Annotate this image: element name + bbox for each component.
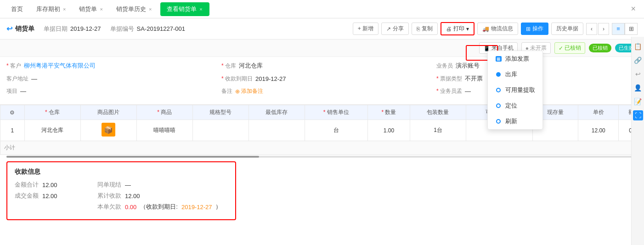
transaction-amount-value: 12.00 — [42, 193, 57, 199]
info-row-1: 金额合计 12.00 同单现结 — — [15, 181, 228, 189]
share-button[interactable]: ↗ 分享 — [381, 23, 409, 35]
doc-header: ↩ 销货单 单据日期 2019-12-27 单据编号 SA-20191227-0… — [0, 18, 644, 40]
tab-sales-history-close[interactable]: × — [149, 6, 152, 12]
table-header-row: ⚙ 仓库 商品图片 商品 规格型号 最低库存 销售单位 数量 包装数量 可用量（… — [0, 105, 644, 120]
total-amount-label: 金额合计 — [15, 181, 39, 189]
tab-sales-close[interactable]: × — [100, 6, 102, 12]
copy-button-label: 复制 — [422, 25, 433, 33]
cell-index: 1 — [0, 120, 25, 141]
cell-quantity: 1.00 — [367, 120, 410, 141]
outbound-label: 出库 — [505, 70, 517, 79]
tab-view-sales-close[interactable]: × — [199, 6, 202, 12]
right-panel-icon-2[interactable]: 🔗 — [633, 55, 643, 65]
cell-pack-qty: 1台 — [410, 120, 466, 141]
ticket-type-value: 不开票 — [465, 74, 483, 83]
current-debt-value: 0.00 — [125, 204, 136, 211]
subtotal-label: 小计 — [0, 141, 644, 155]
copy-button[interactable]: ⎘ 复制 — [412, 23, 438, 35]
history-button-label: 历史单据 — [556, 25, 578, 33]
prev-button[interactable]: ‹ — [586, 23, 597, 35]
doc-date-value: 2019-12-27 — [70, 25, 101, 32]
operate-button[interactable]: ⊞ 操作 — [521, 23, 548, 35]
current-debt-label: 本单欠款 — [97, 203, 121, 211]
tab-sales[interactable]: 销货单 × — [73, 0, 109, 18]
print-button[interactable]: 🖨 打印 ▾ — [441, 22, 475, 35]
main-content: ↩ 销货单 单据日期 2019-12-27 单据编号 SA-20191227-0… — [0, 18, 644, 245]
warehouse-field: 仓库 河北仓库 — [221, 62, 423, 70]
settings-icon: ⚙ — [10, 109, 15, 116]
project-value: — — [20, 88, 26, 95]
info-row-2: 成交金额 12.00 累计收款 12.00 — [15, 192, 228, 200]
menu-item-refresh[interactable]: 刷新 — [488, 114, 542, 129]
cumulative-payment-item: 累计收款 12.00 — [97, 192, 162, 200]
customer-value[interactable]: 柳州粤港平安气体有限公司 — [24, 62, 96, 70]
sold-badge: 已核销 — [589, 44, 611, 52]
doc-meta: 单据日期 2019-12-27 单据编号 SA-20191227-001 — [44, 25, 185, 33]
right-panel-icon-5[interactable]: 📝 — [633, 97, 643, 107]
view-toggle: ≡ ⊞ — [612, 23, 638, 35]
new-button[interactable]: + 新增 — [353, 23, 378, 35]
right-panel-icon-1[interactable]: 📋 — [633, 41, 643, 51]
right-panel-icon-3[interactable]: ↩ — [633, 69, 643, 79]
dropdown-overlay: ▦ 添加发票 出库 可用量提取 — [487, 51, 543, 130]
print-icon: 🖨 — [446, 26, 452, 32]
customer-label: 客户 — [6, 62, 21, 70]
locate-icon — [495, 103, 502, 109]
col-quantity: 数量 — [367, 105, 410, 120]
note-label: 备注 — [221, 87, 232, 95]
transaction-amount-label: 成交金额 — [15, 192, 39, 200]
transaction-amount-item: 成交金额 12.00 — [15, 192, 79, 200]
tab-bar: 首页 库存期初 × 销货单 × 销货单历史 × 查看销货单 × × — [0, 0, 644, 18]
operate-button-label: 操作 — [532, 25, 543, 33]
ticket-type-label: 票据类型 — [436, 75, 462, 83]
right-panel: 📋 🔗 ↩ 👤 📝 ⛶ — [631, 37, 644, 245]
right-panel-icon-4[interactable]: 👤 — [633, 83, 643, 93]
project-field: 项目 — — [6, 87, 208, 95]
col-price: 单价 — [578, 105, 619, 120]
doc-title-section: ↩ 销货单 — [6, 24, 34, 33]
form-section: 客户 柳州粤港平安气体有限公司 仓库 河北仓库 业务员 演示账号 客户地址 — — [0, 57, 644, 104]
col-pack-qty: 包装数量 — [410, 105, 466, 120]
doc-date-label: 单据日期 — [44, 25, 68, 33]
cumulative-payment-value: 12.00 — [125, 193, 140, 199]
grid-view-button[interactable]: ⊞ — [625, 23, 638, 35]
add-note-button[interactable]: ⊕ 添加备注 — [235, 87, 263, 95]
menu-item-outbound[interactable]: 出库 — [488, 67, 542, 82]
salesperson-label: 业务员孟 — [436, 87, 462, 95]
staff-value: 演示账号 — [456, 62, 480, 70]
product-image — [102, 123, 115, 137]
same-order-value: — — [125, 182, 131, 188]
scroll-indicator — [6, 156, 638, 158]
available-label: 可用量提取 — [505, 86, 535, 94]
menu-item-add-invoice[interactable]: ▦ 添加发票 — [488, 51, 542, 67]
tab-sales-history[interactable]: 销货单历史 × — [110, 0, 158, 18]
menu-item-available[interactable]: 可用量提取 — [488, 82, 542, 98]
window-close-button[interactable]: × — [627, 4, 639, 14]
tab-inventory[interactable]: 库存期初 × — [30, 0, 73, 18]
total-amount-value: 12.00 — [42, 182, 57, 188]
dropdown-menu: ▦ 添加发票 出库 可用量提取 — [487, 51, 543, 130]
tab-inventory-close[interactable]: × — [63, 6, 66, 12]
cell-warehouse: 河北仓库 — [24, 120, 80, 141]
history-button[interactable]: 历史单据 — [551, 23, 583, 35]
cell-min-stock — [249, 120, 305, 141]
checked-button[interactable]: ✓ 已核销 — [554, 42, 585, 54]
scroll-thumb — [6, 156, 259, 158]
total-amount-item: 金额合计 12.00 — [15, 181, 79, 189]
col-settings[interactable]: ⚙ — [0, 105, 25, 120]
tab-home[interactable]: 首页 — [5, 0, 30, 18]
locate-label: 定位 — [505, 102, 517, 110]
subtotal-row: 小计 — [0, 141, 644, 155]
list-view-button[interactable]: ≡ — [612, 23, 625, 35]
menu-item-locate[interactable]: 定位 — [488, 98, 542, 114]
tab-view-sales[interactable]: 查看销货单 × — [160, 2, 209, 16]
logistics-button[interactable]: 🚚 物流信息 — [477, 23, 518, 35]
right-panel-icon-6[interactable]: ⛶ — [633, 110, 643, 120]
copy-icon: ⎘ — [417, 26, 420, 32]
doc-icon: ↩ — [6, 24, 12, 33]
next-button[interactable]: › — [598, 23, 609, 35]
doc-actions: + 新增 ↗ 分享 ⎘ 复制 🖨 打印 ▾ 🚚 物流信息 — [353, 22, 638, 35]
col-min-stock: 最低库存 — [249, 105, 305, 120]
current-debt-item — [15, 203, 79, 211]
share-button-label: 分享 — [393, 25, 404, 33]
